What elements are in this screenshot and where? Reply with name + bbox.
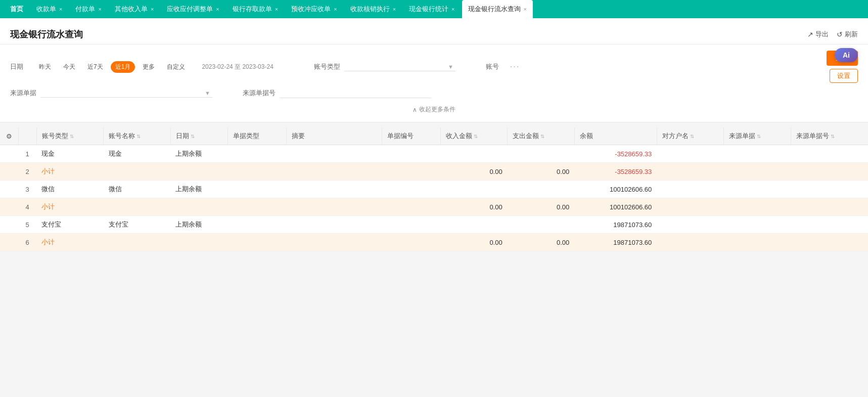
export-button[interactable]: ↗ 导出 (807, 30, 829, 39)
th-source-doc[interactable]: 来源单据⇅ (724, 127, 791, 145)
date-btn-yesterday[interactable]: 昨天 (34, 61, 56, 73)
td-income-5: 0.00 (440, 234, 508, 251)
nav-payment-label: 付款单 (75, 5, 95, 14)
settings-button[interactable]: 设置 (830, 69, 858, 83)
account-type-select[interactable]: ▼ (344, 63, 455, 71)
date-btn-custom[interactable]: 自定义 (162, 61, 190, 73)
td-expense-3: 0.00 (508, 198, 575, 216)
td-doc-no-5 (382, 234, 440, 251)
td-date-2: 上期余额 (170, 181, 228, 198)
close-cash-bank-flow-icon[interactable]: × (524, 6, 527, 12)
td-date-4: 上期余额 (170, 216, 228, 234)
td-gear-5 (0, 234, 18, 251)
td-num-0: 1 (18, 145, 36, 163)
table-row: 6 小计 0.00 0.00 19871073.60 (0, 234, 868, 251)
td-income-0 (440, 145, 508, 163)
page-header: 现金银行流水查询 ↗ 导出 ↺ 刷新 (0, 18, 868, 45)
th-gear[interactable]: ⚙ (0, 127, 18, 145)
source-doc-no-input[interactable] (280, 88, 431, 98)
source-doc-no-label: 来源单据号 (243, 89, 276, 98)
close-prepay-offset-icon[interactable]: × (334, 6, 337, 12)
account-type-dropdown-icon: ▼ (448, 64, 453, 70)
date-btn-today[interactable]: 今天 (59, 61, 80, 73)
nav-tab-collection-verify[interactable]: 收款核销执行 × (344, 0, 402, 18)
nav-tab-prepay-offset[interactable]: 预收冲应收单 × (285, 0, 343, 18)
source-doc-label: 来源单据 (10, 89, 36, 98)
date-btn-1month[interactable]: 近1月 (111, 61, 135, 73)
td-doc-no-0 (382, 145, 440, 163)
th-account-type[interactable]: 账号类型⇅ (36, 127, 104, 145)
th-account-name[interactable]: 账号名称⇅ (104, 127, 171, 145)
date-btn-7days[interactable]: 近7天 (83, 61, 108, 73)
td-date-0: 上期余额 (170, 145, 228, 163)
account-type-label: 账号类型 (314, 62, 340, 71)
close-ar-ap-icon[interactable]: × (216, 6, 219, 12)
td-num-4: 5 (18, 216, 36, 234)
td-summary-2 (286, 181, 382, 198)
source-doc-no-filter-group: 来源单据号 (243, 88, 431, 98)
close-bank-deposit-icon[interactable]: × (275, 6, 278, 12)
nav-tab-ar-ap-adjust[interactable]: 应收应付调整单 × (161, 0, 225, 18)
nav-tab-payment[interactable]: 付款单 × (69, 0, 107, 18)
nav-prepay-offset-label: 预收冲应收单 (291, 5, 331, 14)
source-doc-select[interactable]: ▼ (40, 89, 212, 98)
nav-tab-other-income[interactable]: 其他收入单 × (109, 0, 160, 18)
nav-bank-deposit-label: 银行存取款单 (233, 5, 272, 14)
td-account-type-5: 小计 (36, 234, 104, 251)
close-collection-verify-icon[interactable]: × (393, 6, 396, 12)
td-balance-1: -3528659.33 (574, 163, 657, 181)
close-other-income-icon[interactable]: × (151, 6, 154, 12)
td-expense-5: 0.00 (508, 234, 575, 251)
nav-tab-cash-bank-flow[interactable]: 现金银行流水查询 × (462, 0, 533, 18)
table-row: 5 支付宝 支付宝 上期余额 19871073.60 (0, 216, 868, 234)
td-balance-2: 100102606.60 (574, 181, 657, 198)
nav-tab-receipt[interactable]: 收款单 × (30, 0, 68, 18)
td-doc-type-3 (228, 198, 286, 216)
refresh-icon: ↺ (837, 30, 843, 38)
td-account-type-0: 现金 (36, 145, 104, 163)
td-num-2: 3 (18, 181, 36, 198)
refresh-label: 刷新 (845, 30, 858, 39)
td-counterparty-0 (657, 145, 724, 163)
td-account-name-3 (104, 198, 171, 216)
close-cash-bank-stats-icon[interactable]: × (451, 6, 454, 12)
td-source-doc-no-3 (791, 198, 869, 216)
date-filter-label: 日期 (10, 62, 30, 71)
td-income-1: 0.00 (440, 163, 508, 181)
th-date[interactable]: 日期⇅ (170, 127, 228, 145)
td-num-3: 4 (18, 198, 36, 216)
nav-tab-home[interactable]: 首页 (4, 0, 29, 18)
td-date-3 (170, 198, 228, 216)
close-payment-icon[interactable]: × (98, 6, 101, 12)
refresh-button[interactable]: ↺ 刷新 (837, 30, 858, 39)
nav-tab-bank-deposit[interactable]: 银行存取款单 × (226, 0, 284, 18)
th-income[interactable]: 收入金额⇅ (440, 127, 508, 145)
td-doc-type-1 (228, 163, 286, 181)
td-balance-0: -3528659.33 (574, 145, 657, 163)
table-row: 1 现金 现金 上期余额 -3528659.33 (0, 145, 868, 163)
td-expense-2 (508, 181, 575, 198)
th-counterparty[interactable]: 对方户名⇅ (657, 127, 724, 145)
td-source-doc-0 (724, 145, 791, 163)
td-summary-4 (286, 216, 382, 234)
source-doc-dropdown-icon: ▼ (205, 90, 210, 96)
nav-cash-bank-flow-label: 现金银行流水查询 (468, 5, 521, 14)
td-source-doc-2 (724, 181, 791, 198)
date-btn-more[interactable]: 更多 (138, 61, 159, 73)
td-doc-no-3 (382, 198, 440, 216)
top-nav: 首页 收款单 × 付款单 × 其他收入单 × 应收应付调整单 × 银行存取款单 … (0, 0, 868, 18)
data-table: ⚙ 账号类型⇅ 账号名称⇅ 日期⇅ 单据类型 摘要 单据编号 收入金额⇅ 支出金… (0, 127, 868, 251)
td-income-4 (440, 216, 508, 234)
td-source-doc-no-2 (791, 181, 869, 198)
close-receipt-icon[interactable]: × (59, 6, 62, 12)
th-balance: 余额 (574, 127, 657, 145)
td-doc-type-5 (228, 234, 286, 251)
nav-tab-cash-bank-stats[interactable]: 现金银行统计 × (403, 0, 461, 18)
td-account-type-4: 支付宝 (36, 216, 104, 234)
account-more-btn[interactable]: ··· (510, 62, 520, 71)
th-source-doc-no[interactable]: 来源单据号⇅ (791, 127, 869, 145)
th-expense[interactable]: 支出金额⇅ (508, 127, 575, 145)
collapse-bar[interactable]: ∧ 收起更多条件 (10, 103, 858, 116)
nav-home-label: 首页 (10, 5, 23, 14)
ai-assistant-badge[interactable]: Ai (835, 48, 858, 62)
